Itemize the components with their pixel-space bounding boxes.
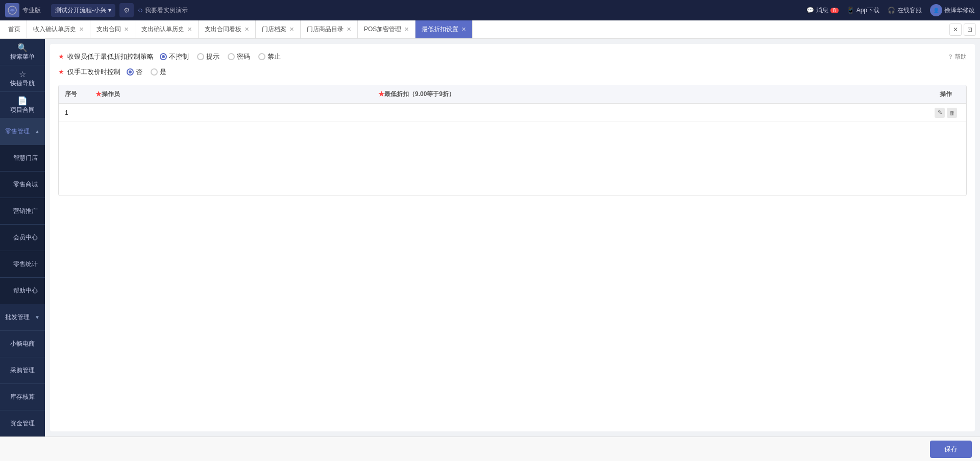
close-expense-board-icon[interactable]: ✕ — [244, 26, 249, 33]
sidebar-item-retail-mall[interactable]: 零售商城 — [0, 172, 45, 198]
sidebar-item-retail-stats[interactable]: 零售统计 — [0, 251, 45, 278]
star-icon: ☆ — [19, 69, 26, 79]
manual-radio-group: 否 是 — [127, 67, 166, 77]
download-icon: 📱 — [847, 7, 854, 14]
sidebar-item-help-center[interactable]: 帮助中心 — [0, 278, 45, 304]
sidebar-purchase-label: 采购管理 — [10, 366, 35, 375]
tab-min-discount[interactable]: 最低折扣设置 ✕ — [415, 20, 473, 39]
sidebar-project-contract-label: 项目合同 — [10, 106, 35, 114]
sidebar-member-center-label: 会员中心 — [13, 233, 38, 242]
tab-expense-confirm-history[interactable]: 支出确认单历史 ✕ — [135, 20, 199, 39]
top-bar-middle: 测试分开流程-小兴 ▾ ⚙ ○ 我要看实例演示 — [46, 3, 806, 17]
edit-icon: ✎ — [938, 109, 942, 116]
tab-store-catalog[interactable]: 门店商品目录 ✕ — [301, 20, 358, 39]
sidebar-item-inventory[interactable]: 库存核算 — [0, 384, 45, 410]
message-label: 消息 — [816, 6, 828, 15]
policy-radio-no-control[interactable]: 不控制 — [160, 52, 189, 61]
discount-table: 序号 ★操作员 ★最低折扣（9.00等于9折） 操作 1 — [58, 85, 967, 196]
sidebar-smart-store-label: 智慧门店 — [13, 154, 38, 162]
sidebar-item-retail-management[interactable]: 零售管理 ▲ — [0, 118, 45, 145]
settings-button[interactable]: ⚙ — [119, 3, 134, 17]
table-body: 1 ✎ 🗑 — [59, 104, 966, 196]
close-pos-encrypt-icon[interactable]: ✕ — [404, 26, 409, 33]
operator-required-mark: ★ — [95, 90, 102, 98]
tab-bar: 首页 收入确认单历史 ✕ 支出合同 ✕ 支出确认单历史 ✕ 支出合同看板 ✕ 门… — [0, 20, 980, 39]
message-button[interactable]: 💬 消息 8 — [806, 6, 839, 15]
help-link[interactable]: ？ 帮助 — [947, 53, 967, 61]
manual-form-row: ★ 仅手工改价时控制 否 是 — [58, 67, 967, 77]
gear-icon: ⚙ — [124, 6, 130, 14]
app-download-label: App下载 — [856, 6, 879, 15]
project-selector[interactable]: 测试分开流程-小兴 ▾ — [51, 4, 115, 17]
policy-radio-hint[interactable]: 提示 — [197, 52, 219, 61]
tab-expense-confirm-history-label: 支出确认单历史 — [141, 25, 184, 34]
discount-required-mark: ★ — [378, 90, 384, 98]
policy-form-row: ★ 收银员低于最低折扣控制策略 不控制 提示 — [58, 52, 967, 61]
close-expense-confirm-history-icon[interactable]: ✕ — [187, 26, 192, 33]
tab-expense-board[interactable]: 支出合同看板 ✕ — [199, 20, 256, 39]
tab-expense-contract[interactable]: 支出合同 ✕ — [90, 20, 135, 39]
app-download-button[interactable]: 📱 App下载 — [847, 6, 879, 15]
sidebar-item-capital[interactable]: 资金管理 — [0, 410, 45, 436]
search-icon: 🔍 — [17, 43, 28, 53]
sidebar-item-wholesale[interactable]: 批发管理 ▼ — [0, 304, 45, 331]
sidebar-item-search[interactable]: 🔍 搜索菜单 — [0, 39, 45, 65]
user-profile-button[interactable]: 👤 徐泽华修改 — [930, 4, 975, 16]
app-logo: 专业版 — [5, 3, 46, 17]
sidebar-item-ecommerce[interactable]: 小畅电商 — [0, 331, 45, 357]
sidebar-item-marketing[interactable]: 营销推广 — [0, 198, 45, 225]
tab-home-label: 首页 — [8, 25, 20, 34]
radio-forbid-circle — [258, 53, 265, 60]
sidebar-wholesale-label: 批发管理 — [5, 313, 30, 322]
delete-row-button[interactable]: 🗑 — [947, 108, 957, 118]
sidebar-item-member-center[interactable]: 会员中心 — [0, 225, 45, 251]
tab-store-profile-label: 门店档案 — [262, 25, 286, 34]
sidebar-item-project-contract[interactable]: 📄 项目合同 — [0, 92, 45, 118]
radio-no-control-circle — [160, 53, 167, 60]
policy-radio-forbid[interactable]: 禁止 — [258, 52, 281, 61]
edit-row-button[interactable]: ✎ — [935, 108, 945, 118]
manual-required-mark: ★ — [58, 68, 64, 76]
sidebar-help-center-label: 帮助中心 — [13, 286, 38, 295]
demo-button[interactable]: ○ 我要看实例演示 — [138, 6, 188, 15]
close-min-discount-icon[interactable]: ✕ — [461, 26, 466, 33]
sidebar-item-quick-nav[interactable]: ☆ 快捷导航 — [0, 65, 45, 92]
close-store-profile-icon[interactable]: ✕ — [289, 26, 294, 33]
radio-no-control-label: 不控制 — [169, 52, 189, 61]
radio-yes-label: 是 — [160, 67, 166, 77]
tab-store-profile[interactable]: 门店档案 ✕ — [256, 20, 301, 39]
policy-radio-group: 不控制 提示 密码 禁止 — [160, 52, 281, 61]
project-name: 测试分开流程-小兴 — [55, 6, 106, 15]
close-income-history-icon[interactable]: ✕ — [79, 26, 84, 33]
tab-expense-contract-label: 支出合同 — [96, 25, 121, 34]
sidebar-item-purchase[interactable]: 采购管理 — [0, 357, 45, 384]
online-service-button[interactable]: 🎧 在线客服 — [888, 6, 922, 15]
manual-radio-yes[interactable]: 是 — [151, 67, 166, 77]
table-row: 1 ✎ 🗑 — [59, 104, 966, 122]
radio-password-circle — [228, 53, 235, 60]
sidebar-item-smart-store[interactable]: 智慧门店 — [0, 145, 45, 172]
tab-income-history[interactable]: 收入确认单历史 ✕ — [27, 20, 90, 39]
close-expense-contract-icon[interactable]: ✕ — [124, 26, 129, 33]
tab-pos-encrypt[interactable]: POS加密管理 ✕ — [358, 20, 415, 39]
arrow-up-icon: ▲ — [35, 129, 40, 134]
trash-icon: 🗑 — [949, 110, 955, 116]
top-bar: 专业版 测试分开流程-小兴 ▾ ⚙ ○ 我要看实例演示 💬 消息 8 📱 App… — [0, 0, 980, 20]
manual-radio-no[interactable]: 否 — [127, 67, 142, 77]
td-seq-1: 1 — [59, 109, 89, 116]
close-store-catalog-icon[interactable]: ✕ — [347, 26, 351, 33]
save-button[interactable]: 保存 — [930, 441, 972, 458]
policy-radio-password[interactable]: 密码 — [228, 52, 250, 61]
sidebar-search-label: 搜索菜单 — [10, 53, 35, 61]
sidebar-quick-nav-label: 快捷导航 — [10, 79, 35, 88]
logo-icon — [5, 3, 19, 17]
close-tab-button[interactable]: ✕ — [949, 23, 962, 36]
circle-icon: ○ — [138, 6, 143, 15]
top-bar-right: 💬 消息 8 📱 App下载 🎧 在线客服 👤 徐泽华修改 — [806, 4, 975, 16]
sidebar-retail-mall-label: 零售商城 — [13, 180, 38, 189]
maximize-tab-button[interactable]: ⊡ — [964, 23, 976, 36]
th-ops: 操作 — [925, 90, 966, 99]
tab-pos-encrypt-label: POS加密管理 — [364, 25, 401, 34]
tab-min-discount-label: 最低折扣设置 — [422, 25, 458, 34]
tab-home[interactable]: 首页 — [2, 20, 27, 39]
